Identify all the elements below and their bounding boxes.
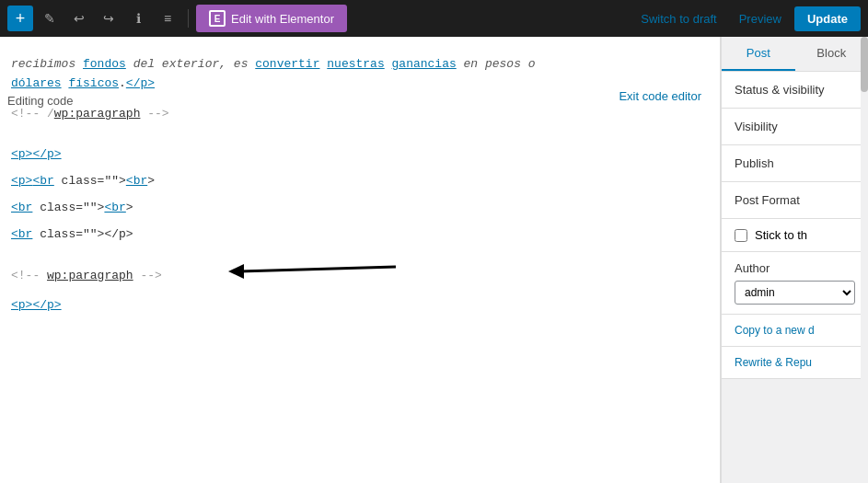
code-line-comment2: <!-- wp:paragraph --> [11, 267, 709, 286]
preview-button[interactable]: Preview [730, 6, 791, 31]
exit-code-editor-button[interactable]: Exit code editor [619, 89, 701, 103]
code-line-br3: <br class=""></p> [11, 225, 709, 245]
scrollbar-thumb[interactable] [861, 37, 868, 92]
stick-to-top-row: Stick to th [722, 219, 868, 252]
pencil-icon: ✎ [44, 11, 55, 26]
scrollbar-track[interactable] [861, 37, 868, 483]
publish-label: Publish [735, 156, 774, 170]
visibility-section[interactable]: Visibility [722, 109, 868, 145]
code-line-p2: <p></p> [11, 296, 709, 316]
right-sidebar: Post Block Status & visibility Visibilit… [721, 37, 868, 483]
post-format-section[interactable]: Post Format [722, 182, 868, 219]
blank-line [11, 94, 709, 105]
plus-icon: + [16, 9, 26, 29]
code-line-comment1: <!-- /wp:paragraph --> [11, 105, 709, 124]
edit-with-elementor-button[interactable]: E Edit with Elementor [196, 5, 347, 32]
post-format-label: Post Format [735, 193, 800, 207]
tab-post[interactable]: Post [722, 37, 795, 71]
tab-block[interactable]: Block [795, 37, 869, 71]
sidebar-tabs: Post Block [722, 37, 868, 72]
author-row: Author admin [722, 252, 868, 315]
toolbar-separator [188, 9, 189, 28]
status-visibility-label: Status & visibility [735, 83, 825, 97]
elementor-button-label: Edit with Elementor [231, 12, 334, 26]
blank-line7 [11, 285, 709, 296]
blank-line3 [11, 165, 709, 172]
code-line-1: recibimos fondos del exterior, es conver… [11, 55, 709, 75]
status-visibility-section[interactable]: Status & visibility [722, 72, 868, 109]
main-area: Editing code Exit code editor recibimos … [0, 37, 868, 483]
info-icon: ℹ [136, 11, 141, 26]
author-label: Author [735, 261, 855, 275]
blank-line5 [11, 218, 709, 225]
rewrite-republish-link[interactable]: Rewrite & Repu [722, 347, 868, 379]
redo-icon: ↪ [103, 11, 114, 26]
edit-mode-button[interactable]: ✎ [37, 6, 63, 31]
elementor-icon: E [209, 10, 226, 27]
stick-to-top-checkbox[interactable] [735, 229, 747, 242]
publish-section[interactable]: Publish [722, 145, 868, 182]
visibility-label: Visibility [735, 120, 778, 133]
info-button[interactable]: ℹ [125, 6, 151, 31]
code-content-area[interactable]: recibimos fondos del exterior, es conver… [0, 46, 720, 325]
top-toolbar: + ✎ ↩ ↪ ℹ ≡ E Edit with Elementor Switch… [0, 0, 868, 37]
blank-line6 [11, 245, 709, 267]
code-line-2: dólares físicos.</p> [11, 75, 709, 94]
copy-to-draft-link[interactable]: Copy to a new d [722, 315, 868, 347]
add-block-button[interactable]: + [7, 6, 33, 31]
author-select[interactable]: admin [735, 281, 855, 305]
update-button[interactable]: Update [794, 6, 861, 31]
blank-line2 [11, 123, 709, 145]
stick-to-top-label: Stick to th [755, 228, 807, 242]
undo-button[interactable]: ↩ [66, 6, 92, 31]
code-editor[interactable]: Editing code Exit code editor recibimos … [0, 37, 721, 483]
redo-button[interactable]: ↪ [96, 6, 122, 31]
code-line-p1: <p></p> [11, 145, 709, 165]
code-line-br2: <br class=""><br> [11, 199, 709, 218]
switch-to-draft-button[interactable]: Switch to draft [631, 6, 725, 31]
tools-button[interactable]: ≡ [155, 6, 180, 31]
tools-icon: ≡ [164, 11, 171, 26]
blank-line4 [11, 191, 709, 199]
editing-code-label: Editing code [0, 92, 81, 109]
undo-icon: ↩ [74, 11, 85, 26]
code-line-br1: <p><br class=""><br> [11, 172, 709, 191]
